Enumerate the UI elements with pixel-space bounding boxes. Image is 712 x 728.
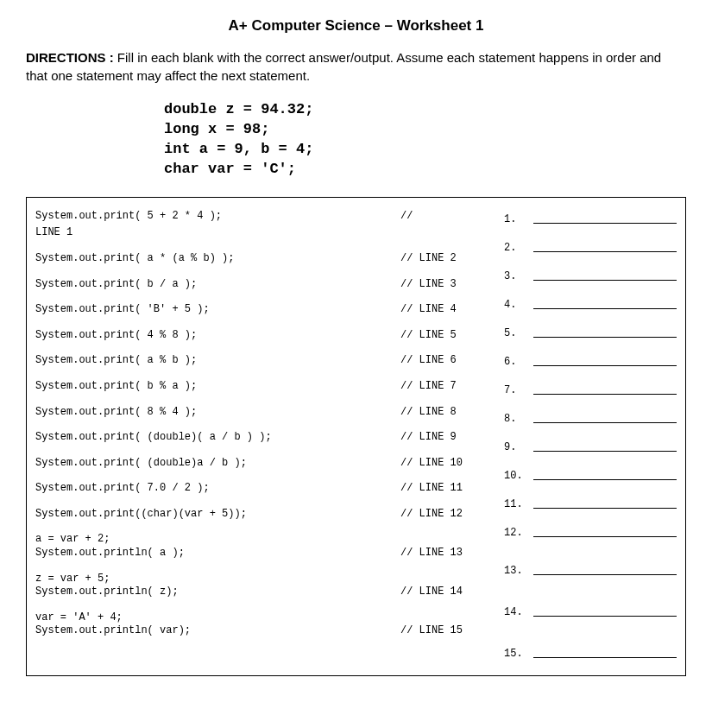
- code-statement: var = 'A' + 4; System.out.println( var);: [35, 611, 400, 638]
- answer-number: 7.: [504, 384, 533, 396]
- answer-blank[interactable]: [533, 497, 677, 509]
- worksheet-box: System.out.print( 5 + 2 * 4 ); // LINE 1…: [26, 197, 686, 676]
- code-statement: a = var + 2; System.out.println( a );: [35, 533, 400, 560]
- code-comment: //: [400, 210, 495, 224]
- code-comment: // LINE 10: [400, 457, 495, 471]
- answer-number: 6.: [504, 356, 533, 368]
- answer-row: 7.: [504, 381, 677, 396]
- code-line: System.out.print( (double)a / b ); // LI…: [35, 457, 495, 471]
- code-statement: System.out.print( 4 % 8 );: [35, 329, 400, 343]
- code-statement: System.out.print( b / a );: [35, 278, 400, 292]
- answer-number: 10.: [504, 470, 533, 482]
- code-comment: // LINE 14: [400, 586, 495, 599]
- answer-row: 4.: [504, 295, 677, 311]
- answer-number: 11.: [504, 498, 533, 510]
- answer-row: 11.: [504, 495, 677, 510]
- answer-row: 15.: [504, 644, 677, 660]
- code-statement: System.out.print((char)(var + 5));: [35, 508, 400, 522]
- answer-row: 12.: [504, 523, 677, 539]
- answer-row: 10.: [504, 466, 677, 482]
- code-line: System.out.print((char)(var + 5)); // LI…: [35, 508, 495, 522]
- code-line: System.out.print( a * (a % b) ); // LINE…: [35, 252, 495, 266]
- code-comment: // LINE 15: [400, 624, 495, 638]
- code-line: System.out.print( b % a ); // LINE 7: [35, 380, 495, 394]
- answer-blank[interactable]: [533, 646, 677, 658]
- answer-number: 13.: [504, 565, 533, 577]
- code-statement: System.out.print( b % a );: [35, 380, 400, 394]
- variable-declarations: double z = 94.32; long x = 98; int a = 9…: [164, 100, 686, 180]
- answer-blank[interactable]: [533, 605, 677, 617]
- code-line: System.out.print( b / a ); // LINE 3: [35, 278, 495, 292]
- code-column: System.out.print( 5 + 2 * 4 ); // LINE 1…: [35, 210, 495, 660]
- answer-row: 3.: [504, 267, 677, 282]
- answer-blank[interactable]: [533, 383, 677, 395]
- directions-text: Fill in each blank with the correct answ…: [26, 50, 661, 83]
- code-comment: // LINE 7: [400, 380, 495, 394]
- code-statement: System.out.print( 8 % 4 );: [35, 406, 400, 420]
- code-line: System.out.print( 5 + 2 * 4 ); //: [35, 210, 495, 224]
- worksheet-title: A+ Computer Science – Worksheet 1: [26, 17, 686, 35]
- code-statement: z = var + 5; System.out.println( z);: [35, 573, 400, 599]
- code-statement: System.out.print( a * (a % b) );: [35, 252, 400, 266]
- code-line: a = var + 2; System.out.println( a ); //…: [35, 533, 495, 560]
- answer-blank[interactable]: [533, 269, 677, 281]
- answer-row: 6.: [504, 352, 677, 368]
- code-comment: // LINE 12: [400, 508, 495, 522]
- code-statement: System.out.print( 5 + 2 * 4 );: [35, 210, 400, 224]
- directions: DIRECTIONS : Fill in each blank with the…: [26, 48, 686, 85]
- code-line: System.out.print( (double)( a / b ) ); /…: [35, 431, 495, 445]
- code-statement: System.out.print( (double)a / b );: [35, 457, 400, 471]
- answers-column: 1. 2. 3. 4. 5. 6. 7. 8.: [504, 210, 677, 660]
- code-comment: // LINE 4: [400, 303, 495, 317]
- code-comment: // LINE 2: [400, 252, 495, 266]
- answer-row: 8.: [504, 409, 677, 425]
- answer-blank[interactable]: [533, 326, 677, 338]
- answer-blank[interactable]: [533, 212, 677, 224]
- answer-number: 3.: [504, 270, 533, 282]
- answer-blank[interactable]: [533, 468, 677, 480]
- code-line: System.out.print( 8 % 4 ); // LINE 8: [35, 406, 495, 420]
- code-statement: System.out.print( (double)( a / b ) );: [35, 431, 400, 445]
- answer-blank[interactable]: [533, 563, 677, 575]
- answer-number: 2.: [504, 242, 533, 254]
- code-statement: LINE 1: [35, 226, 400, 240]
- answer-row: 13.: [504, 561, 677, 577]
- code-line: System.out.print( 'B' + 5 ); // LINE 4: [35, 303, 495, 317]
- directions-label: DIRECTIONS :: [26, 50, 114, 65]
- code-statement: System.out.print( 'B' + 5 );: [35, 303, 400, 317]
- answer-blank[interactable]: [533, 411, 677, 423]
- answer-number: 15.: [504, 648, 533, 660]
- code-comment: // LINE 5: [400, 329, 495, 343]
- code-comment: // LINE 3: [400, 278, 495, 292]
- code-comment: // LINE 13: [400, 547, 495, 560]
- answer-number: 9.: [504, 441, 533, 453]
- code-comment: // LINE 11: [400, 482, 495, 496]
- answer-blank[interactable]: [533, 354, 677, 366]
- answer-number: 5.: [504, 327, 533, 339]
- answer-number: 1.: [504, 213, 533, 225]
- code-line: z = var + 5; System.out.println( z); // …: [35, 573, 495, 599]
- code-comment: [400, 226, 495, 240]
- code-statement: System.out.print( 7.0 / 2 );: [35, 482, 400, 496]
- code-comment: // LINE 8: [400, 406, 495, 420]
- code-line: var = 'A' + 4; System.out.println( var);…: [35, 611, 495, 638]
- code-line-extra: LINE 1: [35, 226, 495, 240]
- answer-number: 8.: [504, 413, 533, 425]
- code-line: System.out.print( a % b ); // LINE 6: [35, 354, 495, 368]
- code-line: System.out.print( 4 % 8 ); // LINE 5: [35, 329, 495, 343]
- code-comment: // LINE 6: [400, 354, 495, 368]
- code-comment: // LINE 9: [400, 431, 495, 445]
- answer-row: 9.: [504, 438, 677, 453]
- code-line: System.out.print( 7.0 / 2 ); // LINE 11: [35, 482, 495, 496]
- answer-row: 1.: [504, 210, 677, 225]
- answer-blank[interactable]: [533, 240, 677, 252]
- answer-row: 14.: [504, 603, 677, 618]
- answer-blank[interactable]: [533, 297, 677, 309]
- code-statement: System.out.print( a % b );: [35, 354, 400, 368]
- answer-number: 4.: [504, 299, 533, 311]
- answer-number: 14.: [504, 606, 533, 618]
- answer-number: 12.: [504, 527, 533, 539]
- answer-blank[interactable]: [533, 525, 677, 537]
- answer-row: 5.: [504, 324, 677, 339]
- answer-blank[interactable]: [533, 440, 677, 452]
